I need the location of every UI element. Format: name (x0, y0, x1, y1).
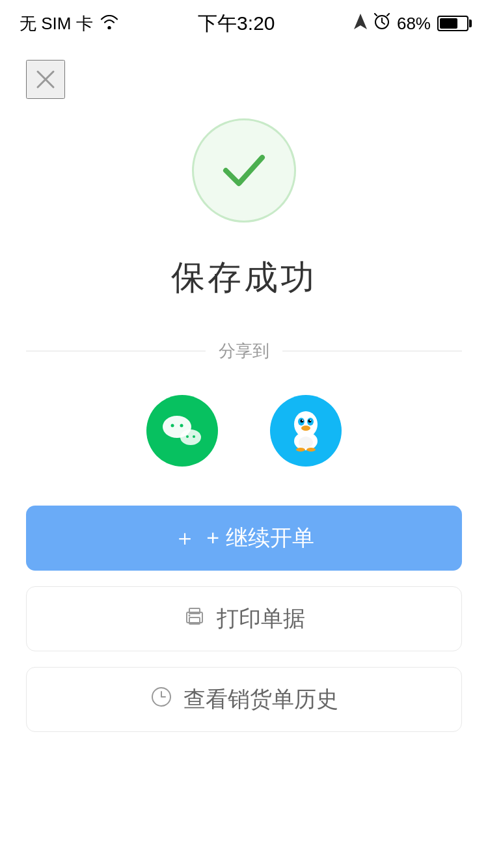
svg-point-10 (180, 429, 201, 445)
status-left: 无 SIM 卡 (20, 12, 119, 35)
wechat-share-button[interactable] (146, 395, 218, 467)
svg-point-23 (296, 448, 305, 452)
plus-icon: ＋ (174, 523, 196, 553)
print-icon (183, 604, 206, 633)
status-right: 68% (354, 13, 468, 34)
share-divider: 分享到 (26, 340, 462, 362)
print-label: 打印单据 (217, 604, 305, 634)
location-icon (354, 14, 367, 34)
history-label: 查看销货单历史 (183, 685, 338, 714)
qq-share-button[interactable] (270, 395, 342, 467)
svg-line-4 (387, 14, 389, 16)
wifi-icon (100, 14, 119, 34)
svg-point-22 (299, 437, 313, 448)
status-time: 下午3:20 (198, 10, 275, 37)
battery-icon (437, 16, 468, 31)
svg-point-9 (180, 424, 183, 427)
svg-point-18 (308, 420, 312, 423)
svg-line-3 (375, 14, 377, 16)
action-buttons: ＋ + 继续开单 打印单据 查看销货单历 (26, 506, 462, 732)
svg-point-16 (302, 420, 303, 421)
history-icon (150, 685, 173, 714)
svg-point-11 (186, 435, 189, 438)
svg-point-20 (301, 426, 310, 431)
svg-point-19 (310, 420, 311, 421)
success-circle (192, 118, 296, 223)
svg-point-12 (193, 435, 195, 438)
svg-point-15 (301, 420, 304, 423)
checkmark-icon (218, 143, 270, 198)
svg-point-24 (306, 448, 316, 452)
main-content: 保存成功 分享到 (0, 47, 488, 868)
continue-order-button[interactable]: ＋ + 继续开单 (26, 506, 462, 571)
status-bar: 无 SIM 卡 下午3:20 68% (0, 0, 488, 47)
alarm-icon (373, 13, 390, 34)
continue-order-label: + 继续开单 (206, 523, 314, 553)
carrier-text: 无 SIM 卡 (20, 12, 93, 35)
share-label: 分享到 (219, 340, 269, 362)
history-button[interactable]: 查看销货单历史 (26, 667, 462, 732)
print-button[interactable]: 打印单据 (26, 586, 462, 651)
share-icons (26, 395, 462, 467)
share-section: 分享到 (26, 340, 462, 467)
success-title: 保存成功 (171, 255, 317, 301)
battery-percent: 68% (397, 14, 431, 34)
close-button[interactable] (26, 60, 65, 99)
svg-line-2 (382, 22, 385, 24)
svg-point-8 (171, 424, 174, 427)
svg-point-28 (189, 615, 191, 617)
